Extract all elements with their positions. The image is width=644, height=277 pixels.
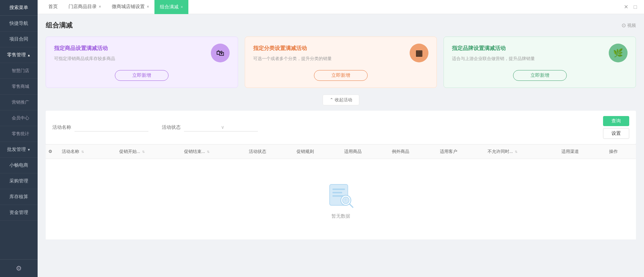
tab-home-label: 首页 (48, 4, 58, 10)
filter-item-activity-status: 活动状态 ∨ (162, 123, 258, 131)
filter-activity-status-select[interactable]: ∨ (184, 123, 258, 131)
sidebar-item-label: 营销推广 (12, 99, 29, 105)
th-promo-rule-label: 促销规则 (296, 149, 314, 154)
sidebar-item-inventory-calc[interactable]: 库存核算 (0, 189, 38, 205)
video-label: 视频 (627, 22, 636, 29)
th-settings[interactable]: ⚙ (46, 144, 59, 159)
activity-table: ⚙ 活动名称 ⇅ 促销开始... ⇅ 促销结束... ⇅ (46, 144, 636, 239)
th-activity-name[interactable]: 活动名称 ⇅ (59, 144, 117, 159)
sort-icon: ⇅ (142, 150, 145, 154)
sidebar-item-retail-mall[interactable]: 零售商城 (0, 79, 38, 95)
sidebar-item-retail-stats[interactable]: 零售统计 (0, 126, 38, 142)
sidebar-item-smart-store[interactable]: 智慧门店 (0, 63, 38, 79)
collapse-activity-btn[interactable]: ⌃ 收起活动 (323, 95, 359, 105)
sidebar-item-label: 库存核算 (9, 194, 28, 200)
sidebar-item-member-center[interactable]: 会员中心 (0, 110, 38, 126)
filter-item-activity-name: 活动名称 (52, 123, 148, 131)
sidebar-item-label: 零售管理 (7, 52, 26, 58)
th-exception-goods: 例外商品 (389, 144, 437, 159)
filter-activity-name-input[interactable] (75, 123, 148, 131)
table-empty-cell: ? 暂无数据 (46, 159, 636, 239)
sidebar-item-label: 采购管理 (9, 178, 28, 184)
th-promo-start[interactable]: 促销开始... ⇅ (117, 144, 181, 159)
sidebar-item-label: 智慧门店 (12, 68, 29, 74)
th-promo-end-label: 促销结束... (184, 149, 205, 154)
th-applicable-customer-label: 适用客户 (440, 149, 457, 154)
video-link[interactable]: ⊙ 视频 (622, 22, 636, 29)
query-button[interactable]: 查询 (603, 116, 629, 126)
tab-combo-discount[interactable]: 组合满减 × (154, 0, 188, 14)
settings-icon: ⚙ (16, 265, 22, 272)
sidebar-item-purchase-mgmt[interactable]: 采购管理 (0, 173, 38, 189)
th-applicable-customer: 适用客户 (437, 144, 485, 159)
category-activity-card: 指定分类设置满减活动 ▦ 可选一个或者多个分类，提升分类的销量 立即新增 (245, 37, 437, 88)
sidebar-item-label: 快捷导航 (9, 20, 28, 26)
collapse-btn-label: 收起活动 (335, 97, 352, 103)
settings-button[interactable]: 设置 (603, 128, 629, 139)
table-wrapper: ⚙ 活动名称 ⇅ 促销开始... ⇅ 促销结束... ⇅ (46, 144, 636, 239)
th-promo-end[interactable]: 促销结束... ⇅ (181, 144, 246, 159)
th-not-allow-concurrent[interactable]: 不允许同时... ⇅ (485, 144, 559, 159)
sidebar-item-marketing[interactable]: 营销推广 (0, 95, 38, 110)
sidebar-item-quick-nav[interactable]: 快捷导航 (0, 16, 38, 32)
page-title: 组合满减 (46, 21, 73, 30)
brand-card-add-btn[interactable]: 立即新增 (513, 70, 567, 81)
tab-store-catalog[interactable]: 门店商品目录 × (63, 0, 106, 14)
brand-activity-card: 指定品牌设置满减活动 🌿 适合与上游企业联合做营销，提升品牌销量 立即新增 (444, 37, 636, 88)
sidebar-item-project-contract[interactable]: 项目合同 (0, 32, 38, 47)
sidebar-item-retail-mgmt[interactable]: 零售管理 ▲ (0, 47, 38, 63)
table-settings-icon: ⚙ (48, 149, 52, 154)
maximize-btn[interactable]: □ (632, 4, 639, 10)
sidebar-item-label: 会员中心 (12, 115, 29, 121)
table-empty-row: ? 暂无数据 (46, 159, 636, 239)
brand-card-title: 指定品牌设置满减活动 (452, 45, 628, 52)
close-btn[interactable]: ✕ (623, 4, 629, 10)
tab-combo-discount-close[interactable]: × (181, 5, 183, 9)
sidebar-settings-btn[interactable]: ⚙ (0, 259, 38, 277)
product-card-title: 指定商品设置满减活动 (54, 45, 230, 52)
filter-activity-status-label: 活动状态 (162, 124, 181, 130)
th-applicable-goods-label: 适用商品 (344, 149, 362, 154)
svg-rect-3 (332, 195, 343, 197)
tab-wechat-store-settings[interactable]: 微商城店铺设置 × (106, 0, 154, 14)
brand-card-icon: 🌿 (609, 44, 628, 62)
tab-wechat-store-label: 微商城店铺设置 (112, 4, 145, 10)
th-activity-status-label: 活动状态 (249, 149, 266, 154)
category-card-icon: ▦ (410, 44, 428, 62)
sidebar-item-wholesale-mgmt[interactable]: 批发管理 ▼ (0, 142, 38, 158)
sidebar-item-label: 项目合同 (9, 36, 28, 42)
product-card-icon: 🛍 (211, 44, 230, 62)
collapse-bar: ⌃ 收起活动 (46, 95, 636, 105)
category-card-title: 指定分类设置满减活动 (253, 45, 429, 52)
th-promo-start-label: 促销开始... (119, 149, 140, 154)
svg-line-6 (350, 204, 353, 207)
table-empty-state: ? 暂无数据 (46, 159, 636, 239)
arrow-icon: ▼ (27, 148, 31, 152)
empty-text: 暂无数据 (46, 213, 636, 219)
sidebar-item-label: 批发管理 (7, 147, 26, 153)
filter-actions: 查询 设置 (603, 116, 629, 139)
sidebar-search[interactable]: 搜索菜单 (0, 0, 38, 16)
main-area: 首页 门店商品目录 × 微商城店铺设置 × 组合满减 × ✕ □ 组合满减 ⊙ … (38, 0, 644, 277)
play-circle-icon: ⊙ (622, 22, 626, 29)
tab-home[interactable]: 首页 (43, 0, 63, 14)
th-activity-name-label: 活动名称 (62, 149, 79, 154)
sidebar-item-xiaochangEC[interactable]: 小畅电商 (0, 158, 38, 173)
tab-store-catalog-close[interactable]: × (99, 4, 101, 9)
svg-rect-1 (332, 188, 345, 190)
chevron-down-icon: ∨ (221, 124, 255, 130)
tab-wechat-store-close[interactable]: × (147, 4, 149, 9)
sort-icon: ⇅ (207, 150, 210, 154)
sidebar: 搜索菜单 快捷导航 项目合同 零售管理 ▲ 智慧门店 零售商城 营销推广 会员中… (0, 0, 38, 277)
category-card-desc: 可选一个或者多个分类，提升分类的销量 (253, 55, 429, 62)
sidebar-item-label: 小畅电商 (9, 162, 28, 168)
sidebar-item-label: 资金管理 (9, 210, 28, 216)
page-header: 组合满减 ⊙ 视频 (46, 21, 636, 30)
sidebar-item-label: 零售统计 (12, 131, 29, 137)
category-card-add-btn[interactable]: 立即新增 (314, 70, 368, 81)
table-body: ? 暂无数据 (46, 159, 636, 239)
th-not-allow-concurrent-label: 不允许同时... (488, 149, 513, 154)
sidebar-item-finance-mgmt[interactable]: 资金管理 (0, 205, 38, 221)
product-card-add-btn[interactable]: 立即新增 (115, 70, 169, 81)
th-operation-label: 操作 (609, 149, 618, 154)
